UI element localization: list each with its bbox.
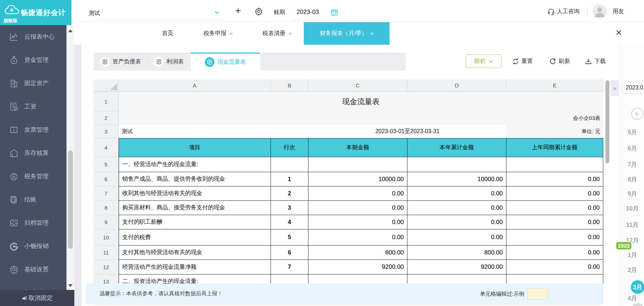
month-5月[interactable]: 5月 [620, 128, 644, 136]
sidebar-item-归档管理[interactable]: 归档管理 [0, 211, 66, 234]
tab-税表清册[interactable]: 税表清册× [255, 22, 299, 45]
cell-blank[interactable] [271, 125, 308, 138]
current-amount-cell[interactable]: 0.00 [308, 229, 407, 246]
prior-amount-cell[interactable]: 0.00 [506, 172, 603, 186]
row-number[interactable]: 7 [94, 186, 119, 201]
user-name[interactable]: 用友 [613, 8, 624, 15]
month-10月[interactable]: 10月 [620, 204, 644, 213]
sidebar-item-小畅报销[interactable]: 小畅报销 [0, 234, 66, 258]
row-number[interactable]: 12 [94, 260, 119, 275]
sidebar-item-资金管理[interactable]: ¥资金管理 [0, 48, 66, 72]
current-amount-cell[interactable]: 800.00 [308, 246, 407, 260]
cell-blank[interactable] [119, 111, 506, 125]
line-number-cell[interactable]: 6 [271, 246, 308, 260]
sidebar-item-云报表中心[interactable]: 云报表中心 [0, 25, 66, 48]
row-number[interactable]: 5 [94, 157, 119, 172]
sidebar-scrollbar[interactable] [66, 25, 74, 290]
prior-amount-cell[interactable]: 0.00 [506, 260, 603, 275]
spreadsheet[interactable]: ABCDE1现金流量表2会小企03表3测试2023-03-01至2023-03-… [94, 79, 603, 305]
select-all-corner[interactable] [94, 79, 119, 91]
ytd-amount-cell[interactable]: 800.00 [407, 246, 506, 260]
line-number-cell[interactable]: 5 [271, 229, 308, 246]
row-number[interactable]: 8 [94, 201, 119, 215]
year-badge[interactable]: 2023 [615, 241, 632, 250]
row-number[interactable]: 2 [94, 111, 119, 125]
ytd-amount-cell[interactable]: 10000.00 [407, 172, 506, 186]
prior-amount-cell[interactable]: 0.00 [506, 229, 603, 246]
table-header-本期金额[interactable]: 本期金额 [308, 138, 407, 157]
item-cell[interactable]: 支付的职工薪酬 [119, 215, 271, 229]
ytd-amount-cell[interactable]: 0.00 [407, 229, 506, 246]
period-picker[interactable]: 2023-03 [294, 6, 339, 20]
close-tab-icon[interactable]: × [289, 30, 292, 37]
opening-balance-button[interactable]: 期初 [466, 54, 501, 68]
avatar[interactable] [593, 4, 607, 19]
download-button[interactable]: 下载 [585, 54, 606, 68]
table-header-行次[interactable]: 行次 [271, 138, 308, 157]
row-number[interactable]: 4 [94, 138, 119, 157]
value-cell[interactable] [271, 157, 308, 172]
table-header-上年同期累计金额[interactable]: 上年同期累计金额 [506, 138, 603, 157]
report-tab-现金流量表[interactable]: 现金流量表 [190, 53, 260, 71]
year-label[interactable]: 2023.0 [623, 83, 644, 93]
gear-icon[interactable] [254, 7, 263, 16]
line-number-cell[interactable]: 2 [271, 186, 308, 201]
ytd-amount-cell[interactable]: 9200.00 [407, 260, 506, 275]
item-cell[interactable]: 支付其他与经营活动有关的现金 [119, 246, 271, 260]
prior-amount-cell[interactable]: 0.00 [506, 201, 603, 215]
month-8月[interactable]: 8月 [620, 175, 644, 184]
item-cell[interactable]: 购买原材料、商品、接受劳务支付的现金 [119, 201, 271, 215]
value-cell[interactable] [407, 157, 506, 172]
tab-税务申报[interactable]: 税务申报× [196, 22, 241, 45]
line-number-cell[interactable]: 4 [271, 215, 308, 229]
sidebar-scroll-thumb[interactable] [68, 150, 73, 249]
report-tab-利润表[interactable]: 利润表 [147, 53, 190, 71]
item-cell[interactable]: 销售产成品、商品、提供劳务收到的现金 [119, 172, 271, 186]
close-tab-icon[interactable]: × [230, 30, 233, 37]
company-cell[interactable]: 测试 [119, 125, 271, 138]
month-3月[interactable]: 3月 [631, 280, 644, 294]
report-tab-资产负债表[interactable]: 资产负债表 [94, 53, 147, 71]
sheet-scroll-thumb[interactable] [605, 80, 609, 163]
column-header-D[interactable]: D [407, 79, 506, 91]
item-cell[interactable]: 收到其他与经营活动有关的现金 [119, 186, 271, 201]
sidebar-item-库存核算[interactable]: 库存核算 [0, 141, 66, 165]
row-number[interactable]: 10 [94, 229, 119, 246]
close-panel-button[interactable]: × [615, 26, 622, 39]
prior-amount-cell[interactable]: 0.00 [506, 186, 603, 201]
sidebar-item-固定资产[interactable]: 固定资产 [0, 72, 66, 95]
current-amount-cell[interactable]: 0.00 [308, 201, 407, 215]
row-number[interactable]: 9 [94, 215, 119, 229]
item-cell[interactable]: 一、经营活动产生的现金流量: [119, 157, 271, 172]
item-cell[interactable]: 经营活动产生的现金流量净额 [119, 260, 271, 275]
month-7月[interactable]: 7月 [620, 160, 644, 169]
ytd-amount-cell[interactable]: 0.00 [407, 201, 506, 215]
sidebar-item-工资[interactable]: ¥工资 [0, 95, 66, 118]
value-cell[interactable] [308, 157, 407, 172]
prior-amount-cell[interactable]: 0.00 [506, 215, 603, 229]
company-select[interactable]: 测试 [89, 7, 222, 20]
refresh-button[interactable]: 刷新 [549, 54, 570, 68]
add-account-button[interactable]: + [235, 5, 241, 16]
month-4月[interactable]: 4月 [620, 294, 644, 302]
table-header-项目[interactable]: 项目 [119, 138, 271, 157]
ytd-amount-cell[interactable]: 0.00 [407, 186, 506, 201]
current-amount-cell[interactable]: 0.00 [308, 186, 407, 201]
scroll-down-arrow-icon[interactable] [68, 284, 73, 287]
unit-cell[interactable]: 单位: 元 [506, 125, 603, 138]
sidebar-item-结账[interactable]: ¥结账 [0, 188, 66, 211]
month-9月[interactable]: 9月 [620, 190, 644, 198]
expand-panel-button[interactable]: » [610, 80, 619, 96]
form-code[interactable]: 会小企03表 [506, 111, 603, 125]
month-11月[interactable]: 11月 [620, 221, 644, 229]
current-amount-cell[interactable]: 10000.00 [308, 172, 407, 186]
sidebar-item-基础设置[interactable]: 基础设置 [0, 258, 66, 281]
column-header-E[interactable]: E [506, 79, 603, 91]
item-cell[interactable]: 支付的税费 [119, 229, 271, 246]
table-header-本年累计金额[interactable]: 本年累计金额 [407, 138, 506, 157]
row-number[interactable]: 3 [94, 125, 119, 138]
line-number-cell[interactable]: 3 [271, 201, 308, 215]
date-range-cell[interactable]: 2023-03-01至2023-03-31 [308, 125, 506, 138]
month-1月[interactable]: 1月 [620, 251, 644, 259]
close-tab-icon[interactable]: × [370, 30, 373, 37]
